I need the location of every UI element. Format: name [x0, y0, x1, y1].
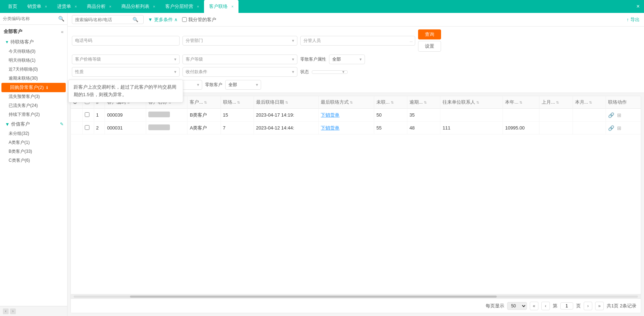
nav-item-customer-tier[interactable]: 客户分层经营 ×	[160, 0, 204, 13]
row-grid-icon-0[interactable]: ⊞	[617, 112, 621, 118]
th-type-sort[interactable]: ⇅	[204, 100, 207, 104]
payment-field[interactable]: 收付款条件 ▼	[182, 67, 297, 77]
export-icon: ↑	[627, 17, 629, 22]
th-this-month: 本月...⇅	[573, 96, 606, 109]
search-icon: 🔍	[133, 17, 138, 22]
row-settings-1[interactable]	[71, 122, 82, 135]
customer-grade-field[interactable]: 客户等级 ▼	[182, 55, 297, 64]
last-method-link-1[interactable]: 下销货单	[321, 125, 339, 131]
next-page-button[interactable]: ›	[584, 302, 592, 310]
status-select[interactable]: ▼	[312, 70, 348, 74]
nav-item-home[interactable]: 首页	[3, 0, 22, 13]
phone-label: 电话号码	[75, 38, 92, 44]
pending-contact-arrow: ▼	[5, 40, 9, 44]
row-grid-icon-1[interactable]: ⊞	[617, 125, 621, 131]
retail-attr-label: 零散客户属性	[300, 56, 326, 62]
sidebar-item-overdue[interactable]: 逾期未联络(30)	[0, 74, 67, 83]
sidebar-collapse-button[interactable]: «	[61, 29, 64, 34]
nav-item-product-list[interactable]: 商品分析列表 ×	[116, 0, 160, 13]
first-page-button[interactable]: «	[530, 302, 538, 310]
query-button[interactable]: 查询	[418, 29, 441, 39]
row-code-0: 000039	[105, 109, 146, 122]
last-method-link-0[interactable]: 下销货单	[321, 112, 339, 118]
row-link-icon-1[interactable]: 🔗	[608, 125, 614, 131]
page-input[interactable]	[560, 302, 573, 310]
table-body: 1 000039 B类客户 15 2023-04-17 14:19: 下销货单 …	[71, 109, 641, 135]
sidebar-item-7days[interactable]: 近7天待联络(0)	[0, 65, 67, 74]
sidebar-item-repurchase-anomaly[interactable]: 回购异常客户(2) ℹ	[1, 83, 66, 92]
export-button[interactable]: ↑ 导出	[627, 16, 640, 23]
sidebar-next-button[interactable]: ›	[10, 308, 16, 314]
per-page-label: 每页显示	[486, 303, 504, 309]
row-settings-0[interactable]	[71, 109, 82, 122]
sidebar-search-input[interactable]	[3, 16, 58, 21]
my-customers-checkbox[interactable]	[182, 17, 187, 22]
th-not-contacted-sort[interactable]: ⇅	[391, 100, 394, 104]
th-last-month-label: 上月...	[542, 99, 555, 105]
close-product-list-icon[interactable]: ×	[153, 4, 155, 9]
sidebar-item-tomorrow[interactable]: 明天待联络(1)	[0, 56, 67, 65]
price-grade-field[interactable]: 客户价格等级 ▼	[72, 55, 180, 64]
phone-field[interactable]: 电话号码	[72, 36, 180, 46]
sidebar-item-continuous-down[interactable]: 持续下滑客户(2)	[0, 110, 67, 119]
gender-field[interactable]: 性质 ▼	[72, 67, 180, 77]
sidebar-prev-button[interactable]: ‹	[3, 308, 9, 314]
sidebar-item-ungroup[interactable]: 未分组(32)	[0, 129, 67, 138]
page-total-label: 页	[576, 303, 581, 309]
row-last-date-1: 2023-04-12 14:44:	[254, 122, 319, 135]
status-label: 状态	[300, 69, 309, 75]
close-product-analysis-icon[interactable]: ×	[109, 4, 111, 9]
th-last-month-sort[interactable]: ⇅	[556, 100, 559, 104]
value-customer-edit-icon[interactable]: ✎	[60, 122, 64, 127]
scrollbar-thumb[interactable]	[130, 296, 497, 298]
close-customer-tier-icon[interactable]: ×	[197, 4, 199, 9]
pending-contact-group[interactable]: ▼ 待联络客户	[0, 37, 67, 47]
sidebar-item-c-class[interactable]: C类客户(6)	[0, 156, 67, 165]
search-input[interactable]	[75, 17, 133, 22]
sidebar-item-already-lost[interactable]: 已流失客户(24)	[0, 101, 67, 110]
th-type: 客户...⇅	[187, 96, 221, 109]
th-overdue: 逾期...⇅	[407, 96, 440, 109]
row-last-method-0[interactable]: 下销货单	[319, 109, 374, 122]
close-sales-icon[interactable]: ×	[45, 4, 47, 9]
nav-item-customer-contact[interactable]: 客户联络 ×	[204, 0, 238, 13]
th-unit-contact-sort[interactable]: ⇅	[476, 100, 479, 104]
sidebar-item-a-class[interactable]: A类客户(1)	[0, 138, 67, 147]
table-scroll[interactable]: ⚙ # 客户编码⇅ 客户名称⇅ 客户...⇅ 联络...⇅ 最后联络日期⇅ 最后…	[71, 96, 641, 294]
prev-page-button[interactable]: ‹	[541, 302, 550, 310]
nav-item-product-analysis[interactable]: 商品分析 ×	[82, 0, 116, 13]
dept-field[interactable]: 分管部门 ▼	[182, 36, 297, 46]
payment-label: 收付款条件	[186, 69, 207, 75]
settings-button[interactable]: 设置	[418, 41, 441, 52]
th-last-date-sort[interactable]: ⇅	[285, 100, 288, 104]
value-customer-section[interactable]: ▼ 价值客户 ✎	[0, 119, 67, 129]
th-contact-sort[interactable]: ⇅	[237, 100, 240, 104]
row-link-icon-0[interactable]: 🔗	[608, 112, 614, 118]
close-all-button[interactable]: ×	[636, 3, 640, 10]
nav-item-purchase[interactable]: 进货单 ×	[52, 0, 82, 13]
price-grade-label: 客户价格等级	[75, 56, 101, 62]
sidebar-item-lost-potential[interactable]: 流失预警客户(3)	[0, 92, 67, 101]
close-purchase-icon[interactable]: ×	[75, 4, 77, 9]
horizontal-scrollbar[interactable]	[71, 294, 641, 298]
per-page-select[interactable]: 50 100 200	[507, 302, 527, 310]
close-customer-contact-icon[interactable]: ×	[231, 4, 233, 9]
th-this-month-sort[interactable]: ⇅	[589, 100, 592, 104]
retail-customer-select[interactable]: 全部 ▼	[225, 80, 261, 90]
row-this-year-1: 10995.00	[503, 122, 539, 135]
th-last-method-sort[interactable]: ⇅	[350, 100, 353, 104]
row-checkbox-0[interactable]	[82, 109, 94, 122]
person-field[interactable]: 分管人员 ...	[300, 36, 415, 46]
last-page-button[interactable]: »	[595, 302, 604, 310]
more-conditions-button[interactable]: ▼ 更多条件 ∧	[148, 16, 178, 23]
th-last-month: 上月...⇅	[539, 96, 573, 109]
filter-row-3: 性质 ▼ 收付款条件 ▼ 状态 ▼	[72, 67, 640, 77]
sidebar-item-today[interactable]: 今天待联络(0)	[0, 47, 67, 56]
nav-item-sales[interactable]: 销货单 ×	[22, 0, 52, 13]
sidebar-item-b-class[interactable]: B类客户(33)	[0, 147, 67, 156]
th-this-year-sort[interactable]: ⇅	[519, 100, 522, 104]
retail-attr-select[interactable]: 全部 ▼	[329, 55, 365, 64]
th-overdue-sort[interactable]: ⇅	[424, 100, 427, 104]
row-last-method-1[interactable]: 下销货单	[319, 122, 374, 135]
row-checkbox-1[interactable]	[82, 122, 94, 135]
